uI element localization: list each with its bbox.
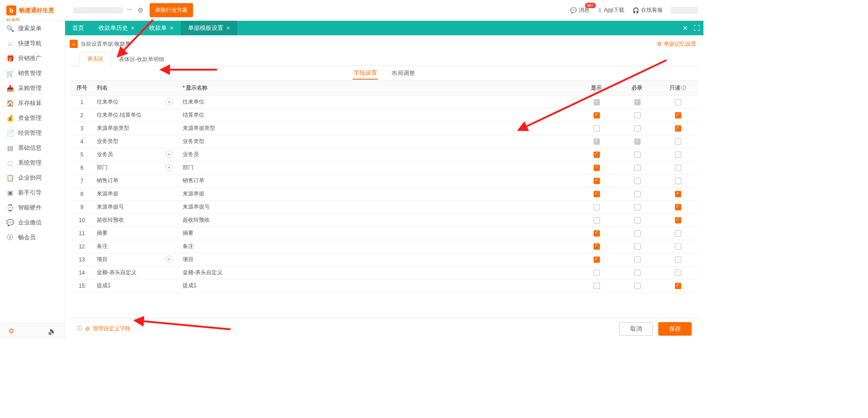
chk-readonly[interactable] (675, 230, 681, 237)
chk-show[interactable] (594, 152, 600, 158)
chk-required[interactable] (634, 165, 641, 171)
chk-show[interactable] (594, 125, 600, 132)
chk-readonly[interactable] (675, 217, 681, 223)
sidebar-item-12[interactable]: ⌚智能硬件 (0, 200, 65, 215)
fullscreen-icon[interactable]: ⛶ (693, 24, 700, 32)
sidebar-item-11[interactable]: ▣新手引导 (0, 185, 65, 200)
sidebar-sound-icon[interactable]: 🔈 (48, 327, 57, 335)
sidebar-item-0[interactable]: 🔍搜索菜单 (0, 21, 65, 36)
cell-display[interactable]: 部门 (179, 161, 576, 174)
collapse-handle-icon[interactable]: » (70, 40, 78, 48)
chk-required[interactable] (634, 125, 641, 132)
chk-show[interactable] (594, 217, 600, 223)
page-tab-1[interactable]: 收款单历史✕ (91, 21, 142, 35)
chk-required[interactable] (634, 204, 641, 210)
chk-show[interactable] (594, 283, 600, 289)
manage-custom-fields-link[interactable]: ⓘ ⚙ 管理自定义字段 (77, 325, 131, 332)
page-tab-2[interactable]: 收款单✕ (142, 21, 181, 35)
chk-show[interactable] (594, 191, 600, 197)
add-sub-icon[interactable]: + (165, 98, 173, 105)
sidebar-item-14[interactable]: Ⓥ畅会员 (0, 230, 65, 245)
sidebar-item-1[interactable]: ⌂快捷导航 (0, 36, 65, 51)
sidebar-item-5[interactable]: 🏠库存核算 (0, 95, 65, 110)
add-sub-icon[interactable]: + (165, 256, 173, 263)
chk-required[interactable] (634, 152, 641, 158)
chk-required[interactable] (634, 270, 641, 276)
cell-display[interactable]: 业务类型 (179, 135, 576, 148)
chk-readonly[interactable] (675, 112, 681, 119)
chk-readonly[interactable] (675, 99, 681, 105)
messages-link[interactable]: 💬 消息 99+ (570, 6, 590, 14)
chk-required[interactable] (634, 217, 641, 223)
area-tab-1[interactable]: 表体区-收款单明细 (111, 52, 172, 66)
close-tab-icon[interactable]: ✕ (170, 25, 174, 31)
settings-icon[interactable]: ⚙ (137, 6, 143, 14)
page-tab-0[interactable]: 首页 (65, 21, 91, 35)
sidebar-item-2[interactable]: 🎁营销推广 (0, 51, 65, 66)
close-tab-icon[interactable]: ✕ (226, 25, 230, 31)
chk-readonly[interactable] (675, 138, 681, 145)
cell-display[interactable]: 摘要 (179, 227, 576, 240)
cell-display[interactable]: 来源单据号 (179, 200, 576, 214)
chk-show[interactable] (594, 270, 600, 276)
help-icon[interactable]: ⓘ (681, 85, 686, 90)
cell-display[interactable]: 来源单据类型 (179, 122, 576, 135)
cell-display[interactable]: 提成1 (179, 279, 576, 292)
chk-required[interactable] (634, 178, 641, 184)
cell-display[interactable]: 业务员 (179, 148, 576, 161)
cell-display[interactable]: 备注 (179, 240, 576, 253)
area-tab-0[interactable]: 表头区 (80, 52, 111, 66)
cell-display[interactable]: 超收转预收 (179, 214, 576, 227)
chk-readonly[interactable] (675, 283, 681, 289)
chk-required[interactable] (634, 112, 641, 119)
cell-display[interactable]: 往来单位 (179, 95, 576, 109)
sidebar-item-13[interactable]: 💬企业微信 (0, 215, 65, 230)
chk-required[interactable] (634, 191, 641, 197)
sub-tab-0[interactable]: 字段设置 (353, 67, 378, 80)
chk-show[interactable] (594, 230, 600, 237)
memory-settings-link[interactable]: ⚙ 单据记忆设置 (657, 40, 699, 48)
app-download-link[interactable]: ⇩ App下载 (598, 6, 624, 14)
sub-tab-1[interactable]: 布局调整 (391, 67, 416, 79)
chk-show[interactable] (594, 243, 600, 250)
sidebar-item-7[interactable]: 📄经营管理 (0, 125, 65, 140)
user-area[interactable] (671, 7, 698, 14)
chk-required[interactable] (634, 230, 641, 237)
chk-readonly[interactable] (675, 243, 681, 250)
chk-required[interactable] (634, 256, 641, 263)
chk-readonly[interactable] (675, 165, 681, 171)
add-sub-icon[interactable]: + (165, 164, 173, 171)
add-sub-icon[interactable]: + (165, 151, 173, 158)
sidebar-item-6[interactable]: 💰资金管理 (0, 110, 65, 125)
sidebar-settings-icon[interactable]: ⚙ (8, 327, 14, 335)
chk-show[interactable] (594, 256, 600, 263)
cancel-button[interactable]: 取消 (619, 322, 653, 336)
support-link[interactable]: 🎧 在线客服 (632, 6, 663, 14)
chk-show[interactable] (594, 112, 600, 119)
chk-readonly[interactable] (675, 178, 681, 184)
chk-required[interactable] (634, 283, 641, 289)
cell-display[interactable]: 项目 (179, 253, 576, 266)
save-button[interactable]: 保存 (658, 322, 692, 336)
sidebar-item-9[interactable]: ◌系统管理 (0, 155, 65, 170)
sidebar-item-10[interactable]: 📋企业协同 (0, 170, 65, 185)
close-tab-icon[interactable]: ✕ (131, 25, 135, 31)
cell-display[interactable]: 销售订单 (179, 174, 576, 187)
cell-display[interactable]: 来源单据 (179, 187, 576, 200)
sidebar-item-8[interactable]: ▤基础信息 (0, 140, 65, 155)
company-selector[interactable]: ﹀ (73, 6, 133, 14)
chk-required[interactable] (634, 243, 641, 250)
chk-readonly[interactable] (675, 204, 681, 210)
chk-readonly[interactable] (675, 270, 681, 276)
page-tab-3[interactable]: 单据模板设置✕ (181, 21, 237, 35)
sidebar-item-4[interactable]: 📥采购管理 (0, 81, 65, 95)
cell-display[interactable]: 金额-表头自定义 (179, 266, 576, 279)
chk-readonly[interactable] (675, 125, 681, 132)
cell-display[interactable]: 结算单位 (179, 109, 576, 122)
close-all-tabs-icon[interactable]: ✕ (683, 24, 688, 32)
chk-show[interactable] (594, 178, 600, 184)
chk-readonly[interactable] (675, 152, 681, 158)
chk-show[interactable] (594, 165, 600, 171)
chk-readonly[interactable] (675, 191, 681, 197)
experience-button[interactable]: 体验行业方案 (150, 3, 193, 17)
